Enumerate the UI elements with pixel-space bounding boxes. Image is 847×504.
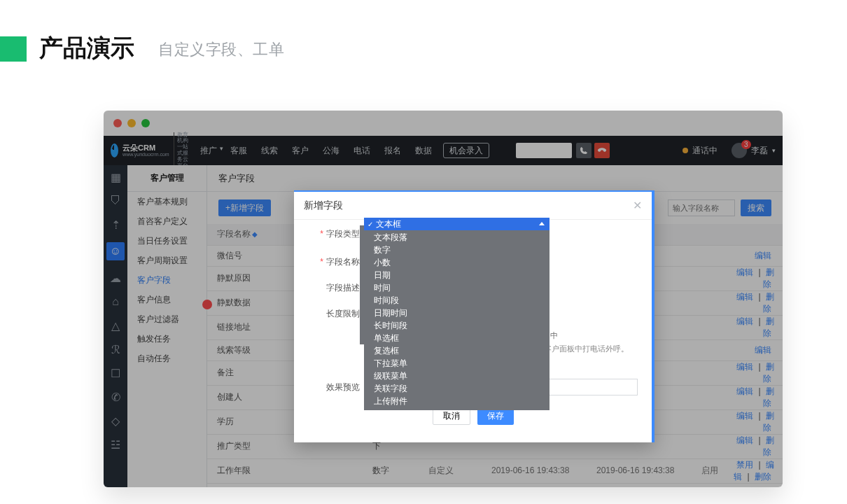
- op-link[interactable]: 禁用: [736, 460, 753, 470]
- global-search-input[interactable]: [516, 143, 572, 158]
- nav-item-客服[interactable]: 客服: [223, 145, 254, 157]
- dropdown-option[interactable]: 日期: [364, 269, 550, 281]
- user-menu[interactable]: 3 李磊 ▾: [732, 143, 776, 158]
- nav-item-报名[interactable]: 报名: [377, 145, 408, 157]
- op-link[interactable]: 编辑: [755, 251, 771, 260]
- op-link[interactable]: 删除: [755, 472, 771, 482]
- search-button[interactable]: 搜索: [741, 200, 771, 216]
- sidebar-head: 客户管理: [127, 165, 206, 192]
- dropdown-option[interactable]: 日期时间: [364, 307, 550, 319]
- rail-item-analytics[interactable]: ⇡: [109, 218, 122, 231]
- nav-item-数据[interactable]: 数据: [408, 145, 439, 157]
- field-type-dropdown[interactable]: 文本段落数字小数日期时间时间段日期时间长时间段单选框复选框下拉菜单级联菜单关联字…: [364, 218, 550, 410]
- dropdown-option[interactable]: 复选框: [364, 344, 550, 357]
- op-link[interactable]: 删除: [763, 267, 774, 289]
- nav-items: 推广▾客服线索客户公海电话报名数据: [193, 145, 439, 157]
- op-link[interactable]: 编辑: [736, 267, 753, 277]
- sidebar-item[interactable]: 客户过滤器: [127, 309, 206, 329]
- op-link[interactable]: 删除: [763, 435, 774, 457]
- rail-item-customers[interactable]: ☺: [106, 242, 125, 260]
- search-field-input[interactable]: [668, 200, 735, 216]
- chevron-down-icon: ▾: [772, 147, 776, 154]
- nav-item-客户[interactable]: 客户: [285, 145, 316, 157]
- hero-green-bar: [0, 36, 27, 62]
- nav-item-电话[interactable]: 电话: [346, 145, 377, 157]
- sidebar-alert-badge: [202, 300, 212, 309]
- op-link[interactable]: 编辑: [755, 345, 771, 355]
- brand-logo-icon: [111, 144, 118, 158]
- label-field-limit: 长度限制: [326, 309, 360, 318]
- close-icon[interactable]: ✕: [633, 199, 642, 212]
- table-row: 工作年限数字自定义2019-06-16 19:43:382019-06-16 1…: [207, 458, 783, 483]
- op-link[interactable]: 删除: [763, 292, 774, 314]
- rail-item-card[interactable]: ☳: [109, 438, 122, 451]
- sidebar-item[interactable]: 自动任务: [127, 349, 206, 368]
- sidebar-item[interactable]: 当日任务设置: [127, 231, 206, 251]
- hangup-icon[interactable]: [594, 143, 610, 158]
- op-link[interactable]: 编辑: [736, 362, 753, 372]
- notification-badge: 3: [741, 140, 751, 149]
- rail-item-dashboard[interactable]: ▦: [109, 171, 122, 183]
- field-type-select[interactable]: 文本框: [364, 218, 550, 230]
- sidebar-item[interactable]: 客户字段: [127, 270, 206, 290]
- dropdown-option[interactable]: 文本段落: [364, 231, 550, 244]
- rail-item-users[interactable]: ℛ: [109, 343, 122, 356]
- minimize-window-icon[interactable]: [127, 119, 136, 127]
- record-opportunity-button[interactable]: 机会录入: [443, 143, 489, 158]
- status-dot-icon: [682, 148, 688, 153]
- op-link[interactable]: 删除: [763, 362, 774, 384]
- sidebar: 客户管理 客户基本规则首咨客户定义当日任务设置客户周期设置客户字段客户信息客户过…: [127, 165, 207, 487]
- sidebar-item[interactable]: 触发任务: [127, 329, 206, 349]
- op-link[interactable]: 编辑: [736, 386, 753, 396]
- add-field-button[interactable]: +新增字段: [218, 200, 271, 216]
- top-navbar: 云朵CRM www.yunduocrm.com 教育机构一站 式服务云平台 推广…: [104, 136, 783, 165]
- sidebar-item[interactable]: 客户周期设置: [127, 251, 206, 270]
- label-field-type: 字段类型: [326, 229, 360, 239]
- modal-title: 新增字段: [304, 200, 343, 212]
- rail-item-doc[interactable]: ☐: [109, 367, 122, 379]
- rail-item-tag[interactable]: ◇: [109, 414, 122, 427]
- rail-item-cloud[interactable]: ☁: [109, 272, 122, 284]
- dropdown-option[interactable]: 时间: [364, 281, 550, 294]
- rail-item-warning[interactable]: △: [109, 319, 122, 332]
- dropdown-option[interactable]: 关联字段: [364, 382, 550, 395]
- hero-title: 产品演示: [39, 32, 134, 64]
- rail-item-shield[interactable]: ⛉: [109, 195, 122, 207]
- left-rail: ▦ ⛉ ⇡ ☺ ☁ ⌂ △ ℛ ☐ ✆ ◇ ☳: [104, 165, 127, 487]
- user-name: 李磊: [751, 145, 768, 157]
- close-window-icon[interactable]: [113, 119, 122, 127]
- label-preview: 效果预览: [326, 382, 360, 392]
- dropdown-option[interactable]: 长时间段: [364, 319, 550, 332]
- maximize-window-icon[interactable]: [141, 119, 150, 127]
- rail-item-home[interactable]: ⌂: [109, 295, 122, 308]
- op-link[interactable]: 编辑: [736, 435, 753, 445]
- op-link[interactable]: 编辑: [736, 292, 753, 302]
- sidebar-item[interactable]: 客户信息: [127, 290, 206, 309]
- dropdown-option[interactable]: 上传附件: [364, 395, 550, 407]
- dropdown-option[interactable]: 单选框: [364, 332, 550, 344]
- rail-item-phone[interactable]: ✆: [109, 391, 122, 403]
- dropdown-option[interactable]: 级联菜单: [364, 370, 550, 382]
- label-field-name: 字段名称: [326, 257, 360, 267]
- op-link[interactable]: 删除: [763, 411, 774, 433]
- call-status: 通话中: [682, 145, 718, 157]
- dial-icon[interactable]: [576, 143, 592, 158]
- page-title: 客户字段: [207, 165, 783, 192]
- nav-item-线索[interactable]: 线索: [254, 145, 285, 157]
- dropdown-option[interactable]: 数字: [364, 244, 550, 256]
- sidebar-item[interactable]: 首咨客户定义: [127, 211, 206, 231]
- dropdown-option[interactable]: 时间段: [364, 294, 550, 307]
- nav-item-公海[interactable]: 公海: [316, 145, 346, 157]
- sort-icon: ◆: [252, 230, 258, 238]
- sidebar-item[interactable]: 客户基本规则: [127, 192, 206, 211]
- brand-name: 云朵CRM: [122, 144, 169, 152]
- op-link[interactable]: 编辑: [736, 316, 753, 326]
- dropdown-option[interactable]: 小数: [364, 256, 550, 269]
- op-link[interactable]: 删除: [763, 386, 774, 408]
- dropdown-option[interactable]: 下拉菜单: [364, 357, 550, 370]
- brand-logo-block[interactable]: 云朵CRM www.yunduocrm.com 教育机构一站 式服务云平台: [111, 132, 192, 169]
- op-link[interactable]: 删除: [763, 316, 774, 338]
- op-link[interactable]: 编辑: [736, 411, 753, 421]
- label-field-desc: 字段描述: [326, 283, 360, 293]
- window-traffic-lights: [104, 111, 783, 136]
